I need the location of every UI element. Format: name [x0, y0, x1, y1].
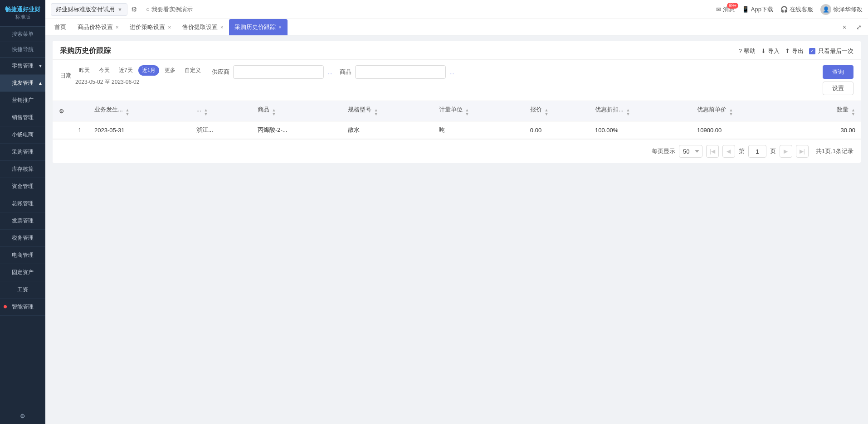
sidebar-item-wholesale[interactable]: 批发管理 ▲ [0, 75, 45, 92]
headset-icon: 🎧 [780, 6, 788, 13]
window-close-button[interactable]: × [839, 22, 850, 33]
filter-bar: 日期 昨天 今天 近7天 近1月 更多 自定义 2023-05-02 至 202… [53, 60, 861, 101]
table-settings-icon[interactable]: ⚙ [59, 108, 64, 115]
tab-bar: 首页 商品价格设置 × 进价策略设置 × 售价提取设置 × 采购历史价跟踪 × … [45, 19, 868, 35]
col-original-price[interactable]: 优惠前单价 ▲▼ [692, 101, 796, 121]
sidebar-item-salary[interactable]: 工资 [0, 281, 45, 299]
window-maximize-button[interactable]: ⤢ [853, 22, 864, 33]
tab-purchase-strategy[interactable]: 进价策略设置 × [124, 19, 176, 35]
col-discount[interactable]: 优惠折扣... ▲▼ [590, 101, 692, 121]
tab-home[interactable]: 首页 [49, 19, 72, 35]
phone-icon: 📱 [742, 6, 749, 13]
app-selector[interactable]: 好业财标准版交付试用 ▼ [51, 3, 127, 16]
page-number-input[interactable] [748, 145, 766, 158]
tab-close-icon[interactable]: × [220, 24, 223, 30]
col-num [71, 101, 89, 121]
page-suffix: 页 [770, 147, 776, 155]
sidebar-settings[interactable]: ⚙ [0, 408, 45, 424]
date-btn-last1month[interactable]: 近1月 [138, 65, 160, 76]
app-sub: 标准版 [4, 14, 42, 20]
row-discount-cell: 100.00% [590, 121, 692, 139]
first-page-button[interactable]: |◀ [706, 145, 719, 158]
page-actions: ? 帮助 ⬇ 导入 ⬆ 导出 ✓ 只看最后一次 [739, 47, 853, 55]
tab-purchase-history[interactable]: 采购历史价跟踪 × [229, 19, 287, 35]
page-content: 采购历史价跟踪 ? 帮助 ⬇ 导入 ⬆ 导出 ✓ [45, 35, 868, 424]
online-service-button[interactable]: 🎧 在线客服 [780, 5, 813, 14]
import-button[interactable]: ⬇ 导入 [761, 47, 780, 55]
sidebar-item-ecommerce-small[interactable]: 小畅电商 [0, 126, 45, 144]
page-card: 采购历史价跟踪 ? 帮助 ⬇ 导入 ⬆ 导出 ✓ [53, 41, 861, 163]
table-row: 1 2023-05-31 浙江... 丙烯酸-2-... 散水 吨 0.00 1… [53, 121, 861, 139]
tab-goods-price[interactable]: 商品价格设置 × [72, 19, 124, 35]
sidebar-item-ecommerce[interactable]: 电商管理 [0, 247, 45, 264]
row-settings-cell [53, 121, 71, 139]
date-btn-yesterday[interactable]: 昨天 [75, 65, 93, 76]
supplier-more-icon[interactable]: ... [327, 69, 332, 76]
next-page-button[interactable]: ▶ [780, 145, 792, 158]
quick-nav[interactable]: 快捷导航 [0, 42, 45, 58]
sort-icon: ▲▼ [729, 108, 733, 116]
col-unit[interactable]: 计量单位 ▲▼ [434, 101, 525, 121]
col-settings[interactable]: ⚙ [53, 101, 71, 121]
user-profile-button[interactable]: 👤 徐泽华修改 [820, 4, 863, 15]
sidebar-item-inventory[interactable]: 库存核算 [0, 161, 45, 178]
total-records: 共1页,1条记录 [816, 147, 853, 155]
col-date[interactable]: 业务发生... ▲▼ [89, 101, 191, 121]
per-page-label: 每页显示 [652, 147, 675, 155]
sidebar-item-retail[interactable]: 零售管理 ▼ [0, 58, 45, 75]
col-quantity[interactable]: 数量 ▲▼ [796, 101, 861, 121]
query-button[interactable]: 查询 [823, 65, 853, 79]
only-latest-toggle[interactable]: ✓ 只看最后一次 [809, 47, 853, 55]
sidebar-item-fixed-assets[interactable]: 固定资产 [0, 264, 45, 281]
sidebar-item-smart[interactable]: 智能管理 [0, 299, 45, 316]
col-spec[interactable]: 规格型号 ▲▼ [342, 101, 434, 121]
tab-close-icon[interactable]: × [278, 24, 281, 30]
goods-input[interactable] [355, 65, 446, 79]
col-price[interactable]: 报价 ▲▼ [525, 101, 590, 121]
sidebar-item-invoice[interactable]: 发票管理 [0, 212, 45, 230]
sidebar-item-general[interactable]: 总账管理 [0, 195, 45, 212]
demo-link[interactable]: ○ 我要看实例演示 [146, 5, 193, 14]
app-download-button[interactable]: 📱 App下载 [742, 5, 773, 14]
sidebar-item-purchase[interactable]: 采购管理 [0, 144, 45, 161]
sidebar-item-tax[interactable]: 税务管理 [0, 230, 45, 247]
col-goods[interactable]: 商品 ▲▼ [252, 101, 342, 121]
question-icon: ? [739, 48, 742, 54]
goods-filter-label: 商品 [340, 68, 351, 76]
header-right: ✉ 消息 99+ 📱 App下载 🎧 在线客服 👤 徐泽华修改 [716, 4, 863, 15]
row-quantity-cell: 30.00 [796, 121, 861, 139]
last-page-button[interactable]: ▶| [796, 145, 809, 158]
settings-icon[interactable]: ⚙ [131, 5, 137, 14]
top-header: 好业财标准版交付试用 ▼ ⚙ ○ 我要看实例演示 ✉ 消息 99+ 📱 App下… [45, 0, 868, 19]
goods-more-icon[interactable]: ... [449, 69, 454, 76]
sort-icon: ▲▼ [272, 108, 276, 116]
per-page-select[interactable]: 50 20 100 [679, 145, 702, 158]
tab-close-icon[interactable]: × [116, 24, 118, 30]
export-button[interactable]: ⬆ 导出 [785, 47, 804, 55]
sort-icon: ▲▼ [374, 108, 378, 116]
date-range-display: 2023-05-02 至 2023-06-02 [75, 78, 205, 86]
date-btn-last7[interactable]: 近7天 [115, 65, 137, 76]
tab-sale-price[interactable]: 售价提取设置 × [177, 19, 229, 35]
sidebar-item-marketing[interactable]: 营销推广 [0, 92, 45, 109]
date-filter-group: 日期 昨天 今天 近7天 近1月 更多 自定义 2023-05-02 至 202… [60, 65, 205, 86]
help-button[interactable]: ? 帮助 [739, 47, 756, 55]
message-button[interactable]: ✉ 消息 99+ [716, 5, 735, 14]
search-menu[interactable]: 搜索菜单 [0, 27, 45, 42]
date-btn-more[interactable]: 更多 [161, 65, 179, 76]
data-table-wrapper: ⚙ 业务发生... ▲▼ ... ▲▼ [53, 101, 861, 139]
sort-icon: ▲▼ [204, 108, 208, 116]
date-btn-today[interactable]: 今天 [95, 65, 113, 76]
message-icon: ✉ [716, 6, 721, 13]
supplier-filter-label: 供应商 [212, 68, 229, 76]
sidebar-item-sales[interactable]: 销售管理 [0, 109, 45, 126]
tab-close-icon[interactable]: × [168, 24, 171, 30]
prev-page-button[interactable]: ◀ [722, 145, 735, 158]
supplier-input[interactable] [233, 65, 324, 79]
sidebar-item-finance[interactable]: 资金管理 [0, 178, 45, 195]
settings-button[interactable]: 设置 [823, 82, 853, 95]
import-icon: ⬇ [761, 48, 766, 54]
gear-icon: ⚙ [20, 413, 25, 419]
col-dots[interactable]: ... ▲▼ [191, 101, 252, 121]
date-btn-custom[interactable]: 自定义 [181, 65, 205, 76]
